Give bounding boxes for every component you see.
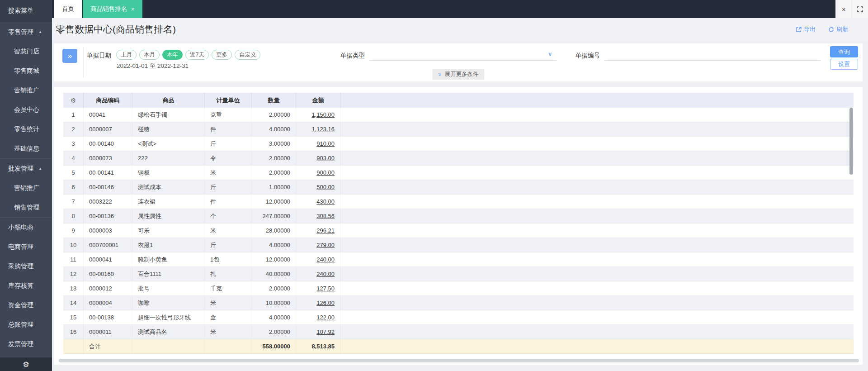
sidebar-item-智慧门店[interactable]: 智慧门店 [0, 42, 52, 61]
amount-link[interactable]: 903.00 [316, 155, 335, 162]
table-row[interactable]: 10000700001衣服1斤4.00000279.00 [63, 238, 854, 252]
cell-quantity: 2.00000 [252, 325, 296, 339]
amount-link[interactable]: 240.00 [316, 256, 335, 263]
table-row[interactable]: 100041绿松石手镯克重2.000001,150.00 [63, 108, 854, 122]
amount-link[interactable]: 127.50 [316, 285, 335, 292]
tab-label: 商品销售排名 [90, 5, 127, 13]
main-area: 首页 商品销售排名 × × 零售数据中心(商品销售排名) [52, 0, 868, 371]
table-row[interactable]: 600-00146测试成本斤1.00000500.00 [63, 180, 854, 195]
refresh-button[interactable]: 刷新 [828, 25, 848, 33]
table-row[interactable]: 500-00141钢板米2.00000900.00 [63, 166, 854, 180]
cell-product-name: 衣服1 [132, 238, 205, 252]
amount-link[interactable]: 296.21 [316, 227, 335, 234]
table-row[interactable]: 40000073222令2.00000903.00 [63, 151, 854, 166]
cell-product-name: 批号 [132, 281, 205, 295]
doc-number-input[interactable] [604, 49, 821, 61]
date-pill-自定义[interactable]: 自定义 [235, 50, 261, 60]
vertical-scrollbar[interactable] [849, 108, 853, 175]
cell-product-code: 00-00138 [84, 310, 132, 324]
sidebar-item-采购管理[interactable]: 采购管理 [0, 257, 52, 276]
tab-home[interactable]: 首页 [54, 0, 82, 18]
cell-product-name: 椪糖 [132, 122, 205, 136]
collapse-filter-button[interactable]: » [62, 49, 77, 63]
amount-link[interactable]: 126.00 [316, 300, 335, 306]
amount-link[interactable]: 122.00 [316, 314, 335, 321]
tab-close-icon[interactable]: × [131, 6, 135, 13]
expand-more-conditions-button[interactable]: » 展开更多条件 [432, 69, 484, 80]
table-row[interactable]: 160000011测试商品名米2.00000107.92 [63, 325, 854, 339]
date-pill-更多[interactable]: 更多 [212, 50, 232, 60]
sidebar-item-发票管理[interactable]: 发票管理 [0, 334, 52, 354]
table-row[interactable]: 130000012批号千克2.00000127.50 [63, 281, 854, 296]
table-row[interactable]: 140000004咖啡米10.00000126.00 [63, 296, 854, 310]
table-row[interactable]: 300-00140<测试>斤3.00000910.00 [63, 137, 854, 151]
sidebar-gear-button[interactable]: ⚙ [0, 357, 52, 371]
date-pill-上月[interactable]: 上月 [116, 50, 137, 60]
fullscreen-button[interactable] [852, 0, 868, 18]
date-pill-本年[interactable]: 本年 [162, 50, 183, 60]
amount-link[interactable]: 910.00 [316, 140, 335, 147]
amount-link[interactable]: 900.00 [316, 169, 335, 176]
cell-row-index: 4 [63, 151, 84, 165]
cell-quantity: 3.00000 [252, 137, 296, 151]
table-row[interactable]: 90000003可乐米28.00000296.21 [63, 224, 854, 238]
amount-link[interactable]: 308.56 [316, 213, 335, 219]
amount-link[interactable]: 1,123.16 [311, 126, 335, 133]
column-header-filler [340, 93, 854, 108]
column-settings-button[interactable]: ⚙ [63, 93, 84, 108]
settings-button[interactable]: 设置 [830, 59, 858, 70]
sidebar-item-资金管理[interactable]: 资金管理 [0, 295, 52, 315]
amount-link[interactable]: 279.00 [316, 242, 335, 248]
sidebar-item-会员中心[interactable]: 会员中心 [0, 100, 52, 119]
doc-type-select[interactable] [369, 49, 557, 61]
amount-link[interactable]: 240.00 [316, 271, 335, 277]
cell-row-index: 6 [63, 180, 84, 194]
export-button[interactable]: 导出 [796, 25, 816, 33]
table-row[interactable]: 70003222连衣裙件12.00000430.00 [63, 195, 854, 209]
sidebar-item-库存核算[interactable]: 库存核算 [0, 276, 52, 295]
page-title: 零售数据中心(商品销售排名) [56, 23, 176, 36]
table-row[interactable]: 110000041腌制小黄鱼1包12.00000240.00 [63, 252, 854, 267]
total-empty-cell [205, 339, 252, 353]
table-total-row: 合计 558.00000 8,513.85 [63, 339, 854, 354]
cell-filler [340, 209, 854, 223]
cell-product-name: 连衣裙 [132, 195, 205, 209]
sidebar-item-小畅电商[interactable]: 小畅电商 [0, 218, 52, 237]
sidebar-item-电商管理[interactable]: 电商管理 [0, 237, 52, 257]
table-row[interactable]: 1500-00138超细一次性弓形牙线盒4.00000122.00 [63, 310, 854, 325]
sidebar-item-总账管理[interactable]: 总账管理 [0, 315, 52, 334]
cell-amount: 240.00 [296, 267, 340, 281]
cell-filler [340, 310, 854, 324]
sidebar-item-销售管理[interactable]: 销售管理 [0, 198, 52, 217]
table-row[interactable]: 800-00136属性属性个247.00000308.56 [63, 209, 854, 224]
close-window-button[interactable]: × [835, 0, 852, 18]
chevron-down-icon[interactable]: ∨ [548, 51, 552, 57]
table-row[interactable]: 1200-00160百合1111扎40.00000240.00 [63, 267, 854, 281]
sidebar-item-零售商城[interactable]: 零售商城 [0, 61, 52, 81]
sidebar-item-营销推广[interactable]: 营销推广 [0, 81, 52, 100]
date-pill-近7天[interactable]: 近7天 [185, 50, 209, 60]
date-pill-本月[interactable]: 本月 [139, 50, 160, 60]
query-button[interactable]: 查询 [830, 46, 858, 57]
table-row[interactable]: 20000007椪糖件4.000001,123.16 [63, 122, 854, 137]
cell-quantity: 40.00000 [252, 267, 296, 281]
horizontal-scrollbar[interactable] [59, 359, 859, 362]
sidebar-item-搜索菜单[interactable]: 搜索菜单 [0, 0, 52, 22]
cell-row-index: 13 [63, 281, 84, 295]
sidebar-item-label: 零售统计 [14, 125, 39, 133]
sidebar-item-零售管理[interactable]: 零售管理▲ [0, 22, 52, 42]
sidebar-item-零售统计[interactable]: 零售统计 [0, 119, 52, 139]
cell-product-code: 00-00141 [84, 166, 132, 180]
amount-link[interactable]: 430.00 [316, 198, 335, 205]
cell-quantity: 4.00000 [252, 238, 296, 252]
tab-product-sales-ranking[interactable]: 商品销售排名 × [83, 0, 142, 18]
cell-unit: 米 [205, 224, 252, 238]
amount-link[interactable]: 107.92 [316, 328, 335, 335]
amount-link[interactable]: 500.00 [316, 184, 335, 190]
sidebar-item-批发管理[interactable]: 批发管理▲ [0, 159, 52, 178]
cell-row-index: 15 [63, 310, 84, 324]
sidebar-item-基础信息[interactable]: 基础信息 [0, 139, 52, 158]
sidebar-item-营销推广[interactable]: 营销推广 [0, 178, 52, 198]
sidebar-item-label: 总账管理 [8, 321, 33, 329]
amount-link[interactable]: 1,150.00 [311, 111, 335, 118]
